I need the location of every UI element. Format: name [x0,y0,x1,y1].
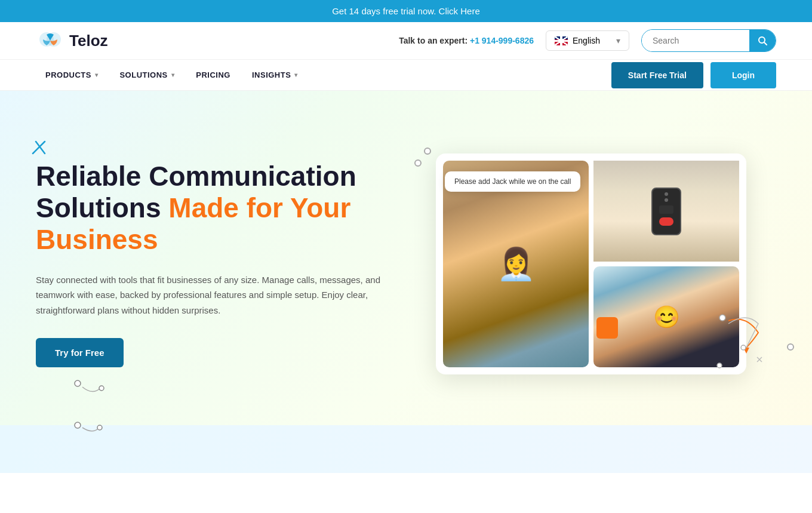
search-button[interactable] [749,30,776,51]
language-label: English [573,36,600,45]
nav-item-pricing[interactable]: PRICING [186,60,240,90]
search-input[interactable] [642,30,749,51]
bottom-deco [0,413,119,449]
header-right: Talk to an expert: +1 914-999-6826 Engli… [399,29,776,52]
hero-card: Please add Jack while we on the call 👩‍💼 [436,153,746,374]
svg-point-15 [97,425,102,430]
search-icon [758,36,767,45]
hero-title: Reliable Communication Solutions Made fo… [36,161,406,256]
search-box [641,29,776,52]
nav-item-insights[interactable]: INSIGHTS ▾ [242,60,307,90]
hero-image-area: Please add Jack while we on the call 👩‍💼 [406,153,776,374]
svg-point-10 [99,386,104,391]
logo-icon [36,30,64,51]
orange-decoration [596,317,618,339]
try-for-free-button[interactable]: Try for Free [36,338,124,367]
chat-bubble: Please add Jack while we on the call [445,171,580,192]
nav-buttons: Start Free Trial Login [611,62,776,88]
chevron-down-icon: ▾ [95,72,99,78]
chevron-down-icon: ▾ [294,72,298,78]
nav-item-products[interactable]: PRODUCTS ▾ [36,60,107,90]
svg-marker-13 [743,348,749,354]
uk-flag-icon [555,36,568,45]
arrow-decoration [722,309,770,357]
svg-line-4 [33,142,45,153]
call-participant-phone [593,161,739,262]
deco-circle [787,343,794,351]
expert-contact: Talk to an expert: +1 914-999-6826 [399,36,534,45]
logo-area[interactable]: Teloz [36,30,108,51]
deco-circle [424,148,431,155]
hero-description: Stay connected with tools that fit busin… [36,272,382,318]
chevron-down-icon: ▾ [171,72,175,78]
svg-point-14 [75,422,81,428]
nav-item-solutions[interactable]: SOLUTIONS ▾ [110,60,184,90]
login-button[interactable]: Login [710,62,776,88]
deco-circle [414,159,422,167]
start-free-trial-button[interactable]: Start Free Trial [611,62,703,88]
banner-text: Get 14 days free trial now. Click Here [332,6,480,16]
svg-point-9 [75,380,81,386]
top-banner[interactable]: Get 14 days free trial now. Click Here [0,0,812,22]
hero-section: Reliable Communication Solutions Made fo… [0,91,812,425]
bottom-section [0,425,812,473]
nav-items: PRODUCTS ▾ SOLUTIONS ▾ PRICING INSIGHTS … [36,60,307,90]
logo-text: Teloz [69,32,108,50]
chevron-down-icon: ▾ [616,36,620,45]
svg-line-3 [764,42,767,45]
expert-phone[interactable]: +1 914-999-6826 [470,36,534,45]
svg-line-5 [36,142,45,153]
language-selector[interactable]: English ▾ [546,30,629,51]
hero-content: Reliable Communication Solutions Made fo… [36,161,406,367]
nav-bar: PRODUCTS ▾ SOLUTIONS ▾ PRICING INSIGHTS … [0,60,812,91]
header: Teloz Talk to an expert: +1 914-999-6826… [0,22,812,60]
